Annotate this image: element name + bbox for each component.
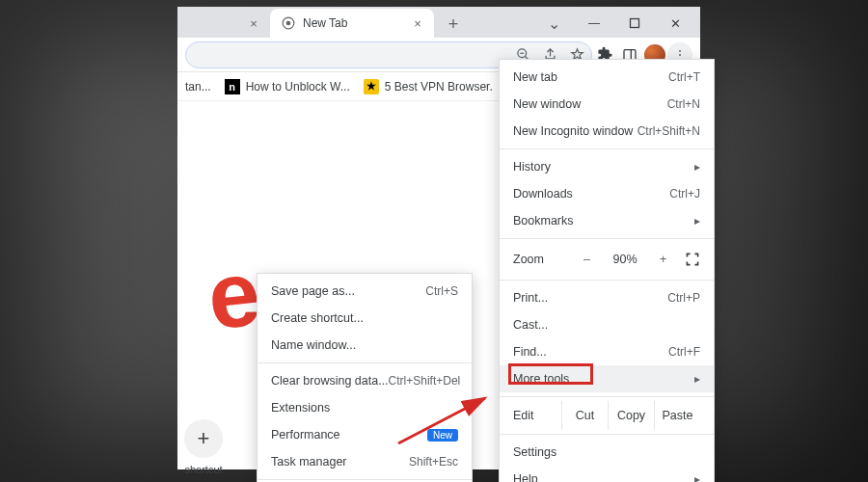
edit-copy-button[interactable]: Copy (608, 401, 654, 430)
bookmark-label: 5 Best VPN Browser. (385, 80, 493, 94)
menu-item-downloads[interactable]: Downloads Ctrl+J (500, 180, 714, 207)
main-menu: New tab Ctrl+T New window Ctrl+N New Inc… (499, 59, 715, 482)
menu-edit-row: Edit Cut Copy Paste (500, 401, 714, 430)
edit-cut-button[interactable]: Cut (561, 401, 608, 430)
bookmark-label: How to Unblock W... (246, 80, 350, 94)
menu-label: Cast... (513, 318, 700, 332)
menu-separator (258, 479, 472, 480)
svg-marker-6 (571, 49, 582, 60)
shortcut-text: Ctrl+T (668, 70, 700, 84)
menu-separator (500, 396, 714, 397)
fullscreen-icon[interactable] (685, 252, 700, 267)
shortcut-text: Ctrl+Shift+N (637, 124, 700, 138)
submenu-item-extensions[interactable]: Extensions (258, 394, 472, 421)
menu-label: New window (513, 97, 667, 111)
bookmark-item[interactable]: ★ 5 Best VPN Browser. (364, 79, 493, 94)
menu-label: Find... (513, 345, 668, 359)
tab-strip: × New Tab × + ⌄ — ✕ (177, 7, 700, 38)
submenu-item-name-window[interactable]: Name window... (258, 332, 472, 359)
zoom-in-button[interactable]: + (653, 253, 673, 266)
menu-separator (500, 238, 714, 239)
menu-label: Downloads (513, 187, 669, 201)
menu-label: Print... (513, 291, 667, 305)
menu-zoom-row: Zoom – 90% + (500, 243, 714, 276)
chevron-right-icon: ▸ (694, 472, 700, 482)
menu-item-incognito[interactable]: New Incognito window Ctrl+Shift+N (500, 118, 714, 145)
chevron-right-icon: ▸ (694, 214, 700, 228)
close-icon[interactable]: × (411, 16, 424, 30)
submenu-item-save-page[interactable]: Save page as... Ctrl+S (258, 278, 472, 305)
menu-label: Task manager (271, 455, 409, 469)
menu-item-new-tab[interactable]: New tab Ctrl+T (500, 64, 714, 91)
shortcut-text: Ctrl+S (425, 284, 458, 298)
submenu-item-task-manager[interactable]: Task manager Shift+Esc (258, 448, 472, 475)
zoom-out-button[interactable]: – (577, 253, 597, 266)
menu-label: History (513, 160, 687, 174)
menu-label: Zoom (513, 253, 565, 266)
minimize-button[interactable]: — (575, 9, 613, 38)
shortcut-text: Shift+Esc (409, 455, 458, 469)
menu-label: Create shortcut... (271, 311, 458, 325)
tab-search-icon[interactable]: ⌄ (534, 9, 573, 38)
menu-label: New tab (513, 70, 668, 84)
new-tab-button[interactable]: + (440, 11, 467, 38)
menu-label: Performance (271, 428, 420, 442)
svg-rect-2 (631, 19, 639, 28)
bookmark-label: tan... (185, 80, 211, 94)
chrome-icon (282, 16, 295, 30)
menu-item-settings[interactable]: Settings (500, 439, 714, 466)
menu-item-new-window[interactable]: New window Ctrl+N (500, 91, 714, 118)
shortcut-label: shortcut (170, 464, 237, 475)
more-tools-submenu: Save page as... Ctrl+S Create shortcut..… (257, 273, 473, 482)
menu-separator (500, 148, 714, 149)
maximize-button[interactable] (615, 9, 654, 38)
svg-point-1 (286, 21, 291, 26)
submenu-item-clear-browsing-data[interactable]: Clear browsing data... Ctrl+Shift+Del (258, 367, 472, 394)
menu-separator (500, 434, 714, 435)
shortcut-text: Ctrl+P (667, 291, 700, 305)
bookmark-item[interactable]: tan... (185, 80, 211, 94)
menu-label: Bookmarks (513, 214, 687, 228)
menu-label: Clear browsing data... (271, 374, 389, 388)
menu-label: Edit (513, 409, 561, 422)
close-icon[interactable]: × (247, 16, 260, 30)
menu-separator (258, 362, 472, 363)
menu-item-print[interactable]: Print... Ctrl+P (500, 284, 714, 311)
menu-separator (500, 280, 714, 281)
desktop-background: × New Tab × + ⌄ — ✕ (0, 0, 868, 482)
menu-label: New Incognito window (513, 124, 637, 138)
menu-label: Help (513, 472, 687, 482)
shortcut-tile-add[interactable]: + shortcut (170, 419, 237, 475)
menu-label: Name window... (271, 338, 458, 352)
menu-item-cast[interactable]: Cast... (500, 311, 714, 338)
zoom-value: 90% (609, 253, 641, 266)
shortcut-text: Ctrl+J (669, 187, 700, 201)
menu-item-help[interactable]: Help ▸ (500, 466, 714, 482)
submenu-item-create-shortcut[interactable]: Create shortcut... (258, 305, 472, 332)
menu-label: More tools (513, 372, 687, 386)
close-window-button[interactable]: ✕ (656, 9, 694, 38)
window-controls: ⌄ — ✕ (534, 9, 700, 38)
shortcut-text: Ctrl+N (667, 97, 700, 111)
plus-icon: + (184, 419, 223, 458)
menu-label: Extensions (271, 401, 458, 415)
tab-title: New Tab (303, 16, 347, 30)
submenu-item-performance[interactable]: Performance New (258, 421, 472, 448)
shortcut-text: Ctrl+F (668, 345, 700, 359)
chrome-window: × New Tab × + ⌄ — ✕ (177, 7, 700, 469)
menu-item-bookmarks[interactable]: Bookmarks ▸ (500, 207, 714, 234)
favicon-icon: n (225, 79, 240, 94)
chevron-right-icon: ▸ (694, 160, 700, 174)
menu-item-find[interactable]: Find... Ctrl+F (500, 338, 714, 365)
tab-inactive[interactable]: × (177, 9, 270, 38)
new-badge: New (427, 429, 458, 442)
chevron-right-icon: ▸ (694, 372, 700, 386)
favicon-icon: ★ (364, 79, 379, 94)
tab-active[interactable]: New Tab × (270, 9, 434, 38)
menu-label: Save page as... (271, 284, 425, 298)
bookmark-item[interactable]: n How to Unblock W... (225, 79, 350, 94)
menu-label: Settings (513, 445, 700, 459)
menu-item-history[interactable]: History ▸ (500, 153, 714, 180)
edit-paste-button[interactable]: Paste (654, 401, 700, 430)
menu-item-more-tools[interactable]: More tools ▸ (500, 365, 714, 392)
